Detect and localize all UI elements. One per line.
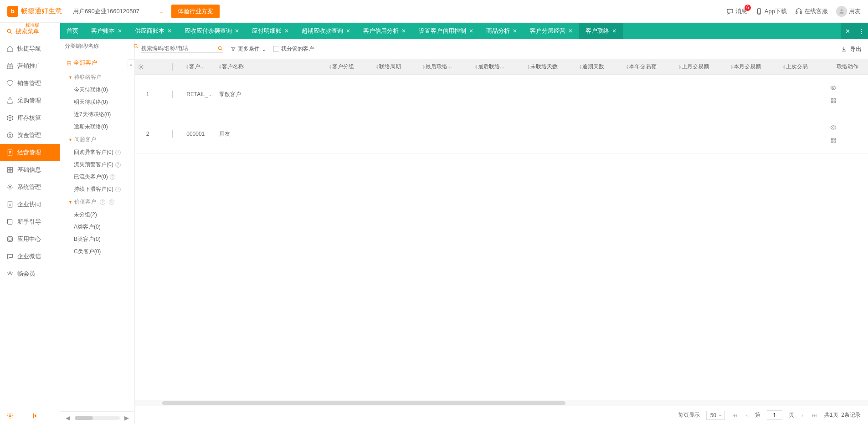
user-menu[interactable]: 用友 — [836, 6, 861, 17]
sort-icon[interactable]: ▴▾ — [731, 64, 733, 70]
tab-7[interactable]: 设置客户信用控制✕ — [412, 23, 480, 39]
category-group-1[interactable]: ▼问题客户 — [60, 133, 134, 146]
close-icon[interactable]: ✕ — [513, 28, 517, 34]
help-icon[interactable]: ? — [115, 150, 121, 155]
tab-0[interactable]: 首页 — [60, 23, 85, 39]
category-item-1-1[interactable]: 流失预警客户(0)? — [60, 158, 134, 171]
close-icon[interactable]: ✕ — [118, 28, 122, 34]
nav-item-5[interactable]: 资金管理 — [0, 127, 60, 144]
sort-icon[interactable]: ▴▾ — [627, 64, 628, 70]
online-service-link[interactable]: 在线客服 — [795, 7, 828, 15]
table-row[interactable]: 2000001用友 — [135, 114, 868, 154]
column-header-0[interactable]: ▴▾客户... — [184, 59, 216, 75]
nav-item-8[interactable]: 系统管理 — [0, 179, 60, 196]
more-icon[interactable] — [830, 97, 865, 104]
nav-item-7[interactable]: 基础信息 — [0, 161, 60, 179]
checkbox-icon[interactable] — [172, 63, 173, 71]
table-horizontal-scrollbar[interactable] — [135, 400, 868, 406]
sort-icon[interactable]: ▴▾ — [528, 64, 529, 70]
column-header-4[interactable]: ▴▾最后联络... — [420, 59, 473, 75]
messages-link[interactable]: 消息 6 — [726, 7, 747, 15]
view-icon[interactable] — [830, 124, 865, 131]
category-item-0-2[interactable]: 近7天待联络(0) — [60, 108, 134, 121]
category-item-2-2[interactable]: B类客户(0) — [60, 233, 134, 245]
sort-icon[interactable]: ▴▾ — [679, 64, 681, 70]
nav-item-6[interactable]: 经营管理 — [0, 144, 60, 161]
category-item-2-0[interactable]: 未分组(2) — [60, 209, 134, 221]
category-item-1-2[interactable]: 已流失客户(0)? — [60, 171, 134, 183]
help-icon[interactable]: ? — [115, 187, 121, 192]
scroll-right-button[interactable]: ▶ — [123, 414, 131, 421]
category-item-1-3[interactable]: 持续下滑客户(0)? — [60, 183, 134, 195]
checkbox-icon[interactable] — [172, 130, 173, 138]
column-header-1[interactable]: ▴▾客户名称 — [216, 59, 327, 75]
close-icon[interactable]: ✕ — [401, 28, 406, 34]
sort-icon[interactable]: ▴▾ — [329, 64, 331, 70]
close-icon[interactable]: ✕ — [346, 28, 350, 34]
checkbox-icon[interactable] — [172, 91, 173, 98]
help-icon[interactable]: ? — [100, 199, 105, 205]
scroll-left-button[interactable]: ◀ — [64, 414, 72, 421]
nav-item-11[interactable]: 应用中心 — [0, 230, 60, 248]
table-search-input[interactable] — [141, 45, 217, 51]
column-header-3[interactable]: ▴▾联络周期 — [374, 59, 420, 75]
column-header-8[interactable]: ▴▾本年交易额 — [624, 59, 676, 75]
org-selector[interactable]: 用户690企业1660120507 ⌄ — [73, 7, 164, 15]
nav-item-10[interactable]: 新手引导 — [0, 213, 60, 230]
search-icon[interactable] — [217, 46, 223, 51]
column-header-11[interactable]: ▴▾上次交易 — [781, 59, 827, 75]
category-group-0[interactable]: ▼待联络客户 — [60, 71, 134, 84]
per-page-select[interactable]: 50 — [706, 411, 725, 420]
export-button[interactable]: 导出 — [841, 45, 862, 53]
category-search-input[interactable] — [65, 43, 133, 49]
tab-3[interactable]: 应收应付余额查询✕ — [178, 23, 246, 39]
category-item-1-0[interactable]: 回购异常客户(0)? — [60, 146, 134, 158]
app-download-link[interactable]: App下载 — [755, 7, 787, 15]
help-icon[interactable]: ? — [115, 162, 121, 168]
my-customers-filter[interactable]: 我分管的客户 — [273, 45, 314, 53]
tab-2[interactable]: 供应商账本✕ — [128, 23, 178, 39]
category-item-0-1[interactable]: 明天待联络(0) — [60, 96, 134, 108]
category-item-2-1[interactable]: A类客户(0) — [60, 221, 134, 233]
close-icon[interactable]: ✕ — [568, 28, 573, 34]
column-header-5[interactable]: ▴▾最后联络... — [473, 59, 525, 75]
last-page-button[interactable]: ⏭ — [811, 412, 818, 419]
close-icon[interactable]: ✕ — [284, 28, 289, 34]
sort-icon[interactable]: ▴▾ — [219, 64, 221, 70]
nav-item-0[interactable]: 快捷导航 — [0, 40, 60, 57]
category-item-0-0[interactable]: 今天待联络(0) — [60, 84, 134, 96]
row-check[interactable] — [160, 114, 184, 154]
row-check[interactable] — [160, 75, 184, 114]
close-icon[interactable]: ✕ — [469, 28, 473, 34]
tabs-more-button[interactable]: ⋮ — [854, 23, 868, 39]
nav-item-12[interactable]: 企业微信 — [0, 248, 60, 265]
checkbox-icon[interactable] — [273, 46, 279, 52]
close-icon[interactable]: ✕ — [167, 28, 172, 34]
tab-8[interactable]: 商品分析✕ — [480, 23, 524, 39]
first-page-button[interactable]: ⏮ — [731, 412, 739, 419]
nav-item-2[interactable]: 销售管理 — [0, 75, 60, 92]
horizontal-scrollbar[interactable] — [75, 416, 120, 420]
tab-5[interactable]: 超期应收款查询✕ — [295, 23, 357, 39]
help-icon[interactable]: ? — [110, 174, 115, 180]
table-row[interactable]: 1RETAIL_...零散客户 — [135, 75, 868, 114]
try-industry-button[interactable]: 体验行业方案 — [171, 5, 220, 18]
nav-item-1[interactable]: 营销推广 — [0, 57, 60, 75]
sort-icon[interactable]: ▴▾ — [423, 64, 425, 70]
nav-item-3[interactable]: 采购管理 — [0, 92, 60, 109]
column-check-all[interactable] — [160, 59, 184, 75]
column-header-6[interactable]: ▴▾未联络天数 — [525, 59, 577, 75]
category-item-2-3[interactable]: C类客户(0) — [60, 245, 134, 258]
search-icon[interactable] — [133, 43, 139, 49]
tab-10[interactable]: 客户联络✕ — [579, 23, 623, 39]
column-header-7[interactable]: ▴▾逾期天数 — [577, 59, 623, 75]
collapse-sidebar-button[interactable]: « — [128, 59, 135, 70]
close-icon[interactable]: ✕ — [612, 28, 616, 34]
tab-1[interactable]: 客户账本✕ — [85, 23, 128, 39]
nav-item-9[interactable]: 企业协同 — [0, 196, 60, 213]
tab-4[interactable]: 应付明细账✕ — [246, 23, 295, 39]
tab-6[interactable]: 客户信用分析✕ — [357, 23, 412, 39]
sort-icon[interactable]: ▴▾ — [475, 64, 477, 70]
category-group-2[interactable]: ▼价值客户?✎ — [60, 195, 134, 209]
column-header-9[interactable]: ▴▾上月交易额 — [676, 59, 729, 75]
